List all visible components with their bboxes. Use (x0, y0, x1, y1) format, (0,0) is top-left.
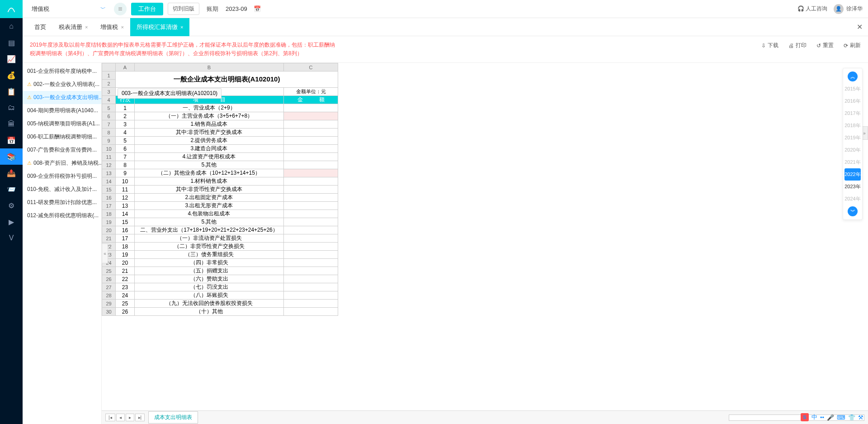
form-item-10[interactable]: 011-研发费用加计扣除优惠... (23, 196, 101, 209)
nav-doc-icon[interactable]: ▤ (0, 34, 23, 51)
cell-seq[interactable]: 17 (116, 234, 135, 243)
nav-stack-icon[interactable]: 📚 (0, 148, 23, 165)
nav-settings-icon[interactable]: ⚙ (0, 197, 23, 214)
cell-seq[interactable]: 2 (116, 112, 135, 120)
cell-seq[interactable]: 22 (116, 275, 135, 283)
cell-item[interactable]: 3.出租无形资产成本 (135, 202, 284, 210)
ime-mic-icon[interactable]: 🎤 (827, 414, 834, 421)
cell-amount[interactable] (284, 137, 338, 145)
row-header[interactable]: 30 (102, 308, 116, 316)
cell-amount[interactable] (284, 300, 338, 308)
cell-item[interactable]: 其中:非货币性资产交换成本 (135, 186, 284, 194)
sheet-nav-first[interactable]: |◂ (105, 414, 115, 421)
cell-amount[interactable] (284, 218, 338, 226)
cell-item[interactable]: （二）其他业务成本（10+12+13+14+15） (135, 169, 284, 177)
row-header[interactable]: 9 (102, 137, 116, 145)
cell-item[interactable]: 5.其他 (135, 161, 284, 169)
cell-item[interactable]: 1.销售商品成本 (135, 120, 284, 129)
cell-seq[interactable]: 11 (116, 186, 135, 194)
collapse-form-list-button[interactable]: « (102, 243, 108, 263)
year-option[interactable]: 2016年 (844, 95, 860, 107)
list-toggle-button[interactable]: ≡ (114, 3, 127, 15)
cell-item[interactable]: （三）债务重组损失 (135, 251, 284, 259)
cell-seq[interactable]: 6 (116, 145, 135, 153)
refresh-button[interactable]: ⟳ 刷新 (844, 42, 861, 49)
select-all-corner[interactable] (102, 63, 116, 71)
cell-seq[interactable]: 12 (116, 194, 135, 202)
row-header[interactable]: 28 (102, 291, 116, 300)
form-item-6[interactable]: 007-广告费和业务宣传费跨... (23, 143, 101, 157)
col-header-a[interactable]: A (116, 63, 135, 71)
tab-0[interactable]: 首页 (28, 18, 52, 36)
cell-item[interactable]: 3.建造合同成本 (135, 145, 284, 153)
row-header[interactable]: 17 (102, 202, 116, 210)
col-header-b[interactable]: B (135, 63, 284, 71)
year-option[interactable]: 2020年 (844, 144, 860, 156)
tab-1[interactable]: 税表清册× (52, 18, 94, 36)
cell-amount[interactable] (284, 202, 338, 210)
close-icon[interactable]: × (85, 24, 88, 30)
nav-calendar-icon[interactable]: 📅 (0, 132, 23, 148)
cell-amount[interactable] (284, 161, 338, 169)
form-item-9[interactable]: 010-免税、减计收入及加计... (23, 183, 101, 196)
year-option[interactable]: 2017年 (844, 107, 860, 119)
row-header[interactable]: 6 (102, 112, 116, 120)
year-option[interactable]: 2019年 (844, 132, 860, 144)
cell-amount[interactable] (284, 186, 338, 194)
ime-skin-icon[interactable]: 👕 (848, 414, 855, 421)
cell-seq[interactable]: 10 (116, 177, 135, 186)
cell-seq[interactable]: 21 (116, 267, 135, 275)
cell-amount[interactable] (284, 153, 338, 161)
cell-amount[interactable] (284, 169, 338, 177)
row-header[interactable]: 18 (102, 210, 116, 218)
download-button[interactable]: ⇩ 下载 (761, 42, 778, 49)
cell-item[interactable]: 2.出租固定资产成本 (135, 194, 284, 202)
cell-amount[interactable] (284, 112, 338, 120)
nav-inbox-icon[interactable]: 📨 (0, 181, 23, 197)
cell-amount[interactable] (284, 283, 338, 291)
row-header[interactable]: 19 (102, 218, 116, 226)
category-dropdown[interactable]: 增值税 ﹀ (28, 3, 109, 15)
cell-seq[interactable]: 9 (116, 169, 135, 177)
sheet-nav-prev[interactable]: ◂ (116, 414, 125, 421)
cell-amount[interactable] (284, 104, 338, 112)
row-header[interactable]: 8 (102, 129, 116, 137)
cell-item[interactable]: 二、营业外支出（17+18+19+20+21+22+23+24+25+26） (135, 226, 284, 234)
year-option[interactable]: 2015年 (844, 83, 860, 95)
form-item-5[interactable]: 006-职工薪酬纳税调整明细... (23, 130, 101, 143)
cell-item[interactable]: （六）赞助支出 (135, 275, 284, 283)
ime-lang[interactable]: 中 (811, 413, 817, 421)
nav-export-icon[interactable]: 📤 (0, 165, 23, 181)
row-header[interactable]: 7 (102, 120, 116, 129)
ime-logo-icon[interactable]: S (801, 413, 809, 421)
cell-amount[interactable] (284, 120, 338, 129)
sheet-nav-last[interactable]: ▸| (135, 414, 145, 421)
calendar-icon[interactable]: 📅 (254, 5, 261, 12)
cell-amount[interactable] (284, 129, 338, 137)
row-header[interactable]: 27 (102, 283, 116, 291)
year-option[interactable]: 2018年 (844, 119, 860, 132)
cell-seq[interactable]: 18 (116, 243, 135, 251)
cell-seq[interactable]: 3 (116, 120, 135, 129)
close-all-tabs-icon[interactable]: ✕ (857, 23, 863, 31)
form-item-4[interactable]: 005-纳税调整项目明细表(A1... (23, 117, 101, 130)
nav-chart-icon[interactable]: 📈 (0, 51, 23, 67)
cell-amount[interactable] (284, 308, 338, 316)
sheet-nav-next[interactable]: ▸ (126, 414, 134, 421)
row-header[interactable]: 16 (102, 194, 116, 202)
row-header[interactable]: 5 (102, 104, 116, 112)
cell-item[interactable]: 4.让渡资产使用权成本 (135, 153, 284, 161)
reset-button[interactable]: ↺ 重置 (816, 42, 834, 49)
cell-item[interactable]: （七）罚没支出 (135, 283, 284, 291)
cell-seq[interactable]: 15 (116, 218, 135, 226)
cell-amount[interactable] (284, 194, 338, 202)
cell-seq[interactable]: 14 (116, 210, 135, 218)
spreadsheet[interactable]: A B C 1一般企业成本支出明细表(A102010) 2 3 003-一般企业… (102, 63, 338, 316)
row-header[interactable]: 20 (102, 226, 116, 234)
cell-amount[interactable] (284, 145, 338, 153)
nav-home-icon[interactable]: ⌂ (0, 18, 23, 34)
cell-amount[interactable] (284, 275, 338, 283)
cell-amount[interactable] (284, 259, 338, 267)
cell-seq[interactable]: 13 (116, 202, 135, 210)
cell-item[interactable]: （九）无法收回的债券股权投资损失 (135, 300, 284, 308)
